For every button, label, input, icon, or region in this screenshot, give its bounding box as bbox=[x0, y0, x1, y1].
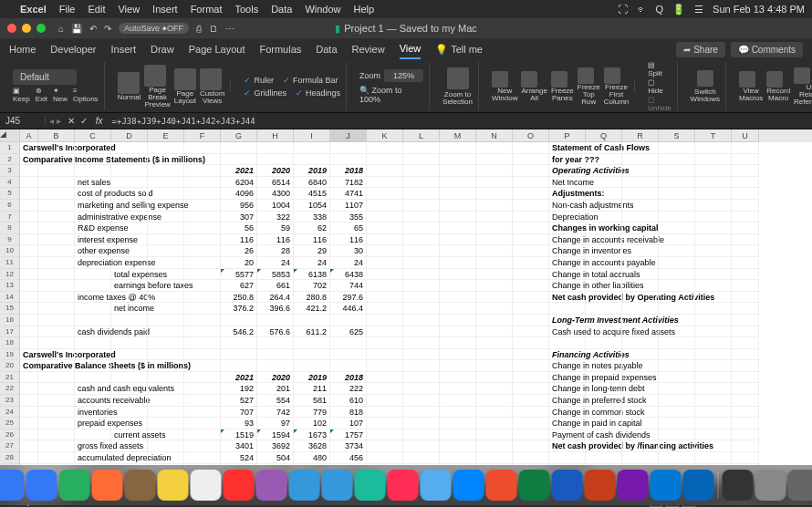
cell-C22[interactable]: cash and cash equivalents bbox=[75, 383, 111, 395]
cell-U24[interactable] bbox=[732, 407, 759, 419]
cell-O4[interactable] bbox=[513, 177, 549, 189]
cell-N13[interactable] bbox=[476, 280, 513, 292]
cell-L14[interactable] bbox=[403, 292, 440, 304]
tab-view[interactable]: View bbox=[400, 39, 422, 59]
cell-E9[interactable] bbox=[148, 234, 184, 246]
cell-C20[interactable] bbox=[75, 360, 111, 372]
cell-H26[interactable]: 1594 bbox=[257, 429, 294, 441]
row-header[interactable]: 5 bbox=[0, 188, 20, 200]
cell-K15[interactable] bbox=[367, 303, 403, 315]
cell-G18[interactable] bbox=[221, 337, 257, 349]
cell-N21[interactable] bbox=[476, 372, 513, 384]
cell-B12[interactable] bbox=[38, 269, 75, 281]
row-header[interactable]: 11 bbox=[0, 257, 20, 269]
cell-E16[interactable] bbox=[148, 315, 184, 326]
cell-O14[interactable] bbox=[513, 292, 549, 304]
cell-Q4[interactable] bbox=[586, 177, 622, 189]
row-header[interactable]: 7 bbox=[0, 212, 20, 223]
cell-R2[interactable] bbox=[622, 154, 659, 166]
tab-home[interactable]: Home bbox=[9, 40, 36, 58]
cell-U7[interactable] bbox=[732, 212, 759, 223]
col-header-B[interactable]: B bbox=[38, 129, 75, 142]
minimize-window[interactable] bbox=[22, 24, 31, 33]
cell-H1[interactable] bbox=[257, 142, 294, 154]
row-header[interactable]: 2 bbox=[0, 154, 20, 166]
cell-C21[interactable] bbox=[75, 372, 111, 384]
cell-E1[interactable] bbox=[148, 142, 184, 154]
cell-L17[interactable] bbox=[403, 326, 440, 338]
cell-U28[interactable] bbox=[732, 452, 759, 464]
cell-F1[interactable] bbox=[184, 142, 221, 154]
cell-K25[interactable] bbox=[367, 418, 403, 429]
cell-E24[interactable] bbox=[148, 407, 184, 419]
cell-P9[interactable]: Change in accounts receivable bbox=[549, 234, 586, 246]
cell-T27[interactable] bbox=[695, 440, 732, 452]
tab-data[interactable]: Data bbox=[316, 40, 337, 58]
cell-G16[interactable] bbox=[221, 315, 257, 326]
menu-edit[interactable]: Edit bbox=[88, 4, 105, 15]
cell-Q3[interactable] bbox=[586, 165, 622, 177]
row-header[interactable]: 27 bbox=[0, 440, 20, 452]
cell-D16[interactable] bbox=[111, 315, 148, 326]
cell-L4[interactable] bbox=[403, 177, 440, 189]
cell-K11[interactable] bbox=[367, 257, 403, 269]
cell-B20[interactable] bbox=[38, 360, 75, 372]
cell-D9[interactable] bbox=[111, 234, 148, 246]
cell-S10[interactable] bbox=[659, 245, 695, 257]
cell-N23[interactable] bbox=[476, 395, 513, 407]
cell-I25[interactable]: 102 bbox=[294, 418, 330, 429]
cell-D5[interactable] bbox=[111, 188, 148, 200]
cell-U12[interactable] bbox=[732, 269, 759, 281]
cell-S2[interactable] bbox=[659, 154, 695, 166]
cell-U19[interactable] bbox=[732, 349, 759, 361]
dock-app-10[interactable] bbox=[289, 470, 320, 501]
cell-Q24[interactable] bbox=[586, 407, 622, 419]
cell-P7[interactable]: Depreciation bbox=[549, 212, 586, 223]
cell-H15[interactable]: 396.6 bbox=[257, 303, 294, 315]
cell-Q16[interactable] bbox=[586, 315, 622, 326]
qat-icon1[interactable]: ⎙ bbox=[196, 24, 202, 34]
cell-O8[interactable] bbox=[513, 222, 549, 234]
cell-K2[interactable] bbox=[367, 154, 403, 166]
cell-E22[interactable] bbox=[148, 383, 184, 395]
cell-G22[interactable]: 192 bbox=[221, 383, 257, 395]
cell-J10[interactable]: 30 bbox=[330, 245, 367, 257]
cell-C5[interactable]: cost of products sold bbox=[75, 188, 111, 200]
cell-G9[interactable]: 116 bbox=[221, 234, 257, 246]
cell-B11[interactable] bbox=[38, 257, 75, 269]
row-header[interactable]: 28 bbox=[0, 452, 20, 464]
cell-Q17[interactable] bbox=[586, 326, 622, 338]
col-header-L[interactable]: L bbox=[403, 129, 440, 142]
cell-R17[interactable] bbox=[622, 326, 659, 338]
cell-G13[interactable]: 627 bbox=[221, 280, 257, 292]
fbar-cancel[interactable]: ✕ bbox=[65, 116, 78, 126]
cell-S22[interactable] bbox=[659, 383, 695, 395]
cell-H19[interactable] bbox=[257, 349, 294, 361]
cell-J27[interactable]: 3734 bbox=[330, 440, 367, 452]
zoom-value[interactable]: 125% bbox=[384, 69, 423, 82]
cell-S6[interactable] bbox=[659, 200, 695, 212]
cell-U17[interactable] bbox=[732, 326, 759, 338]
row-header[interactable]: 14 bbox=[0, 292, 20, 304]
cell-Q23[interactable] bbox=[586, 395, 622, 407]
cell-F10[interactable] bbox=[184, 245, 221, 257]
cell-A21[interactable] bbox=[20, 372, 38, 384]
cell-O28[interactable] bbox=[513, 452, 549, 464]
cell-J16[interactable] bbox=[330, 315, 367, 326]
cell-P11[interactable]: Change in accounts payable bbox=[549, 257, 586, 269]
cell-J2[interactable] bbox=[330, 154, 367, 166]
cell-T23[interactable] bbox=[695, 395, 732, 407]
cell-G2[interactable] bbox=[221, 154, 257, 166]
tab-formulas[interactable]: Formulas bbox=[259, 40, 301, 58]
cell-P22[interactable]: Change in long-term debt bbox=[549, 383, 586, 395]
cell-K16[interactable] bbox=[367, 315, 403, 326]
cell-D6[interactable] bbox=[111, 200, 148, 212]
exit-view[interactable]: ⊗ Exit bbox=[36, 87, 47, 103]
cell-N17[interactable] bbox=[476, 326, 513, 338]
cell-M21[interactable] bbox=[440, 372, 476, 384]
cell-M20[interactable] bbox=[440, 360, 476, 372]
cell-L3[interactable] bbox=[403, 165, 440, 177]
cell-U2[interactable] bbox=[732, 154, 759, 166]
qat-more[interactable]: ⋯ bbox=[225, 24, 234, 34]
cell-M12[interactable] bbox=[440, 269, 476, 281]
